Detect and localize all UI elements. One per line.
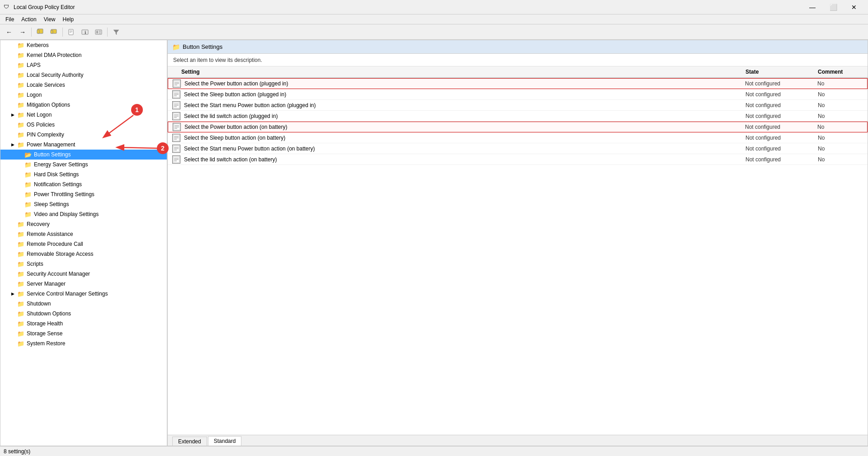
setting-row-s6[interactable]: Select the Sleep button action (on batte… xyxy=(168,132,868,143)
tree-item-power-management[interactable]: ▶📁Power Management xyxy=(0,140,167,150)
setting-state: Not configured xyxy=(745,113,818,119)
setting-name: Select the Sleep button action (plugged … xyxy=(184,91,745,98)
tree-item-kerberos[interactable]: 📁Kerberos xyxy=(0,40,167,50)
setting-comment: No xyxy=(818,146,863,152)
filter-button[interactable] xyxy=(110,26,123,38)
setting-icon xyxy=(173,123,181,131)
window-title: Local Group Policy Editor xyxy=(14,4,802,10)
setting-comment: No xyxy=(817,80,863,87)
menu-view[interactable]: View xyxy=(40,15,59,24)
folder-icon: 📁 xyxy=(24,181,32,188)
setting-row-s5[interactable]: Select the Power button action (on batte… xyxy=(168,122,868,132)
tree-item-recovery[interactable]: 📁Recovery xyxy=(0,219,167,229)
menu-help[interactable]: Help xyxy=(59,15,78,24)
setting-row-s8[interactable]: Select the lid switch action (on battery… xyxy=(168,154,868,165)
spacer xyxy=(9,122,16,128)
tree-item-storage-health[interactable]: 📁Storage Health xyxy=(0,319,167,329)
tree-item-system-restore[interactable]: 📁System Restore xyxy=(0,338,167,348)
spacer xyxy=(17,201,23,207)
folder-icon: 📁 xyxy=(17,310,25,317)
menu-file[interactable]: File xyxy=(2,15,18,24)
setting-state: Not configured xyxy=(745,80,817,87)
up-button[interactable] xyxy=(34,26,47,38)
tree-item-video-display[interactable]: 📁Video and Display Settings xyxy=(0,209,167,219)
folder-icon: 📁 xyxy=(24,211,32,217)
tree-item-os-policies[interactable]: 📁OS Policies xyxy=(0,120,167,130)
tree-item-locale-services[interactable]: 📁Locale Services xyxy=(0,80,167,90)
tree-item-power-throttling[interactable]: 📁Power Throttling Settings xyxy=(0,189,167,199)
folder-icon: 📁 xyxy=(17,62,25,68)
status-text: 8 setting(s) xyxy=(4,448,30,455)
spacer xyxy=(9,231,16,237)
spacer xyxy=(17,211,23,217)
tree-item-label: Button Settings xyxy=(34,151,71,158)
minimize-button[interactable]: — xyxy=(802,0,823,14)
tree-item-service-control[interactable]: ▶📁Service Control Manager Settings xyxy=(0,289,167,299)
tree-item-removable-storage[interactable]: 📁Removable Storage Access xyxy=(0,249,167,259)
tree-item-label: Remote Assistance xyxy=(27,231,73,237)
close-button[interactable]: ✕ xyxy=(844,0,864,14)
folder-icon: 📁 xyxy=(17,330,25,337)
tree-item-remote-procedure[interactable]: 📁Remote Procedure Call xyxy=(0,239,167,249)
tree-item-sleep-settings[interactable]: 📁Sleep Settings xyxy=(0,199,167,209)
tree-item-shutdown-options[interactable]: 📁Shutdown Options xyxy=(0,309,167,319)
forward-button[interactable]: → xyxy=(16,26,29,38)
folder-icon: 📁 xyxy=(17,122,25,128)
tree-item-remote-assistance[interactable]: 📁Remote Assistance xyxy=(0,229,167,239)
tree-item-label: LAPS xyxy=(27,62,41,68)
tree-item-kernel-dma[interactable]: 📁Kernel DMA Protection xyxy=(0,50,167,60)
col-header-setting: Setting xyxy=(172,69,745,75)
tab-extended[interactable]: Extended xyxy=(172,437,207,446)
tree-item-storage-sense[interactable]: 📁Storage Sense xyxy=(0,329,167,338)
show-standard-button[interactable] xyxy=(47,26,60,38)
spacer xyxy=(9,251,16,257)
setting-row-s3[interactable]: Select the Start menu Power button actio… xyxy=(168,100,868,111)
spacer xyxy=(9,62,16,68)
tree-item-mitigation[interactable]: 📁Mitigation Options xyxy=(0,100,167,110)
folder-icon: 📁 xyxy=(17,340,25,347)
tree-item-label: Logon xyxy=(27,92,42,98)
tree-item-label: Locale Services xyxy=(27,82,65,88)
setting-comment: No xyxy=(818,156,863,163)
setting-icon xyxy=(172,101,180,109)
tree-item-label: System Restore xyxy=(27,340,65,347)
tree-item-laps[interactable]: 📁LAPS xyxy=(0,60,167,70)
folder-icon: 📁 xyxy=(24,201,32,207)
tab-standard[interactable]: Standard xyxy=(208,436,242,446)
tab-bar: Extended Standard xyxy=(168,435,868,446)
back-button[interactable]: ← xyxy=(3,26,15,38)
setting-row-s2[interactable]: Select the Sleep button action (plugged … xyxy=(168,89,868,100)
spacer xyxy=(9,72,16,78)
menu-action[interactable]: Action xyxy=(18,15,40,24)
maximize-button[interactable]: ⬜ xyxy=(823,0,844,14)
tree-item-hard-disk[interactable]: 📁Hard Disk Settings xyxy=(0,169,167,179)
tree-item-net-logon[interactable]: ▶📁Net Logon xyxy=(0,110,167,120)
setting-name: Select the Start menu Power button actio… xyxy=(184,102,745,108)
tree-item-label: Kernel DMA Protection xyxy=(27,52,81,58)
spacer xyxy=(9,261,16,267)
tree-item-shutdown[interactable]: 📁Shutdown xyxy=(0,299,167,309)
properties-button[interactable] xyxy=(92,26,105,38)
setting-row-s4[interactable]: Select the lid switch action (plugged in… xyxy=(168,111,868,122)
folder-icon: 📁 xyxy=(17,301,25,307)
setting-icon xyxy=(172,145,180,153)
import-button[interactable] xyxy=(65,26,78,38)
tree-item-button-settings[interactable]: 📂Button Settings xyxy=(0,150,167,160)
tree-item-logon[interactable]: 📁Logon xyxy=(0,90,167,100)
description-bar: Select an item to view its description. xyxy=(168,54,868,66)
tree-item-server-manager[interactable]: 📁Server Manager xyxy=(0,279,167,289)
setting-row-s7[interactable]: Select the Start menu Power button actio… xyxy=(168,143,868,154)
spacer xyxy=(9,310,16,317)
setting-row-s1[interactable]: Select the Power button action (plugged … xyxy=(168,78,868,89)
tree-item-scripts[interactable]: 📁Scripts xyxy=(0,259,167,269)
info-button[interactable]: ℹ xyxy=(79,26,91,38)
tree-item-label: Mitigation Options xyxy=(27,102,70,108)
tree-item-notification[interactable]: 📁Notification Settings xyxy=(0,179,167,189)
app-icon: 🛡 xyxy=(4,4,11,11)
tree-item-energy-saver[interactable]: 📁Energy Saver Settings xyxy=(0,160,167,169)
tree-item-pin-complexity[interactable]: 📁PIN Complexity xyxy=(0,130,167,140)
tree-pane[interactable]: 📁Kerberos📁Kernel DMA Protection📁LAPS📁Loc… xyxy=(0,40,168,446)
tree-item-local-security[interactable]: 📁Local Security Authority xyxy=(0,70,167,80)
tree-item-security-account[interactable]: 📁Security Account Manager xyxy=(0,269,167,279)
folder-icon: 📁 xyxy=(24,161,32,168)
